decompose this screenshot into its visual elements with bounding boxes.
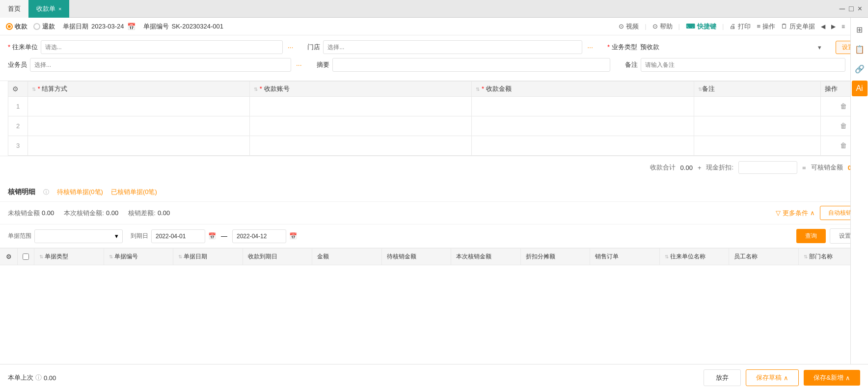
row-2-delete-icon[interactable]: 🗑 bbox=[840, 122, 847, 130]
footer-buttons: 放弃 保存草稿 ∧ 保存&新增 ∧ bbox=[704, 369, 860, 386]
history-btn[interactable]: 🗒 历史单据 bbox=[781, 22, 815, 31]
plus-sign: + bbox=[698, 164, 702, 171]
radio-return-dot bbox=[33, 23, 40, 30]
date-start-icon[interactable]: 📅 bbox=[208, 232, 216, 240]
help-btn[interactable]: ⊙ 帮助 bbox=[652, 22, 673, 31]
due-date-field: 到期日 📅 — 📅 bbox=[131, 229, 297, 243]
row-3-payment[interactable] bbox=[28, 136, 250, 156]
store-more-icon[interactable]: ··· bbox=[587, 43, 593, 51]
verification-header: 核销明细 ⓘ 待核销单据(0笔) 已核销单据(0笔) bbox=[0, 183, 868, 202]
row-1-remark[interactable] bbox=[694, 97, 820, 116]
range-select[interactable]: ▾ bbox=[34, 229, 123, 243]
current-value: 0.00 bbox=[106, 209, 118, 217]
bth-settings[interactable]: ⚙ bbox=[0, 249, 18, 265]
range-field: 单据范围 ▾ bbox=[8, 229, 123, 243]
completed-tab[interactable]: 已核销单据(0笔) bbox=[111, 188, 157, 196]
store-input[interactable] bbox=[323, 40, 582, 54]
sidebar-link-icon[interactable]: 🔗 bbox=[852, 61, 868, 77]
date-end-icon[interactable]: 📅 bbox=[289, 232, 297, 240]
abandon-button[interactable]: 放弃 bbox=[704, 369, 741, 386]
save-draft-arrow: ∧ bbox=[784, 374, 788, 382]
pending-tab[interactable]: 待核销单据(0笔) bbox=[57, 188, 103, 196]
verification-info-icon[interactable]: ⓘ bbox=[43, 188, 49, 196]
filter-icon: ▽ bbox=[776, 209, 781, 217]
tab-receipt[interactable]: 收款单 × bbox=[28, 0, 69, 18]
shortcut-icon: ⌨ bbox=[686, 23, 695, 30]
tab-close-icon[interactable]: × bbox=[58, 6, 61, 12]
row-2-account[interactable] bbox=[250, 116, 472, 136]
row-1-delete-icon[interactable]: 🗑 bbox=[840, 102, 847, 110]
summary-row: 收款合计 0.00 + 现金折扣: = 可核销金额 0.00 bbox=[0, 156, 868, 179]
bottom-table-header: ⚙ ⇅单据类型 ⇅单据编号 ⇅单据日期 收款到期日 金额 待核销金额 本次核销金… bbox=[0, 248, 868, 265]
window-controls: ─ □ × bbox=[840, 4, 868, 13]
row-2-payment[interactable] bbox=[28, 116, 250, 136]
row-1-payment[interactable] bbox=[28, 97, 250, 116]
biz-type-arrow[interactable]: ▾ bbox=[818, 44, 821, 51]
bth-checkbox[interactable] bbox=[18, 249, 34, 265]
print-btn[interactable]: 🖨 打印 bbox=[730, 22, 751, 31]
salesperson-more-icon[interactable]: ··· bbox=[296, 61, 302, 69]
row-2-remark[interactable] bbox=[694, 116, 820, 136]
bill-date-value[interactable]: 2023-03-24 bbox=[91, 23, 124, 30]
tab-home[interactable]: 首页 bbox=[0, 0, 28, 18]
date-end-input[interactable] bbox=[232, 229, 286, 243]
row-1-amount[interactable] bbox=[472, 97, 694, 116]
counterparty-field: 往来单位 ··· bbox=[8, 40, 293, 54]
sidebar-ai-icon[interactable]: Ai bbox=[852, 81, 868, 96]
table-header-amount: ⇅ 收款金额 bbox=[472, 82, 694, 97]
row-3-account[interactable] bbox=[250, 136, 472, 156]
summary-input[interactable] bbox=[332, 58, 611, 72]
window-close-icon[interactable]: × bbox=[858, 4, 862, 13]
more-conditions-btn[interactable]: ▽ 更多条件 ∧ bbox=[776, 209, 815, 218]
bill-no-label: 单据编号 bbox=[143, 22, 169, 31]
bill-no-field: 单据编号 SK-20230324-001 bbox=[143, 22, 224, 31]
window-min-icon[interactable]: ─ bbox=[840, 4, 845, 13]
radio-return[interactable]: 退款 bbox=[33, 22, 55, 31]
row-2-amount[interactable] bbox=[472, 116, 694, 136]
discount-input[interactable] bbox=[738, 161, 797, 174]
top-toolbar: 收款 退款 单据日期 2023-03-24 📅 单据编号 SK-20230324… bbox=[0, 18, 868, 35]
nav-next-btn[interactable]: ▶ bbox=[831, 23, 836, 30]
date-start-input[interactable] bbox=[151, 229, 205, 243]
video-btn[interactable]: ⊙ 视频 bbox=[619, 22, 639, 31]
bth-amount: 金额 bbox=[312, 249, 382, 265]
query-button[interactable]: 查询 bbox=[796, 229, 826, 243]
ops-btn[interactable]: ≡ 操作 bbox=[757, 22, 775, 31]
row-3-remark[interactable] bbox=[694, 136, 820, 156]
row-1-account[interactable] bbox=[250, 97, 472, 116]
filter-row: 单据范围 ▾ 到期日 📅 — 📅 查询 设置 bbox=[0, 224, 868, 248]
bth-counterparty: ⇅往来单位名称 bbox=[660, 249, 730, 265]
save-draft-button[interactable]: 保存草稿 ∧ bbox=[746, 369, 799, 386]
sidebar-table-icon[interactable]: ⊞ bbox=[852, 22, 868, 37]
radio-receive[interactable]: 收款 bbox=[6, 22, 27, 31]
counterparty-more-icon[interactable]: ··· bbox=[288, 43, 294, 51]
bth-bill-type: ⇅单据类型 bbox=[34, 249, 104, 265]
current-label: 本次核销金额: bbox=[64, 209, 104, 218]
counterparty-input[interactable] bbox=[41, 40, 283, 54]
footer-info: 本单上次 ⓘ 0.00 bbox=[8, 373, 56, 382]
prev-icon[interactable]: ⓘ bbox=[35, 373, 42, 382]
nav-prev-btn[interactable]: ◀ bbox=[821, 23, 825, 30]
table-settings-icon[interactable]: ⚙ bbox=[12, 85, 19, 93]
payment-type-radio: 收款 退款 bbox=[6, 22, 55, 31]
toolbar-right: ⊙ 视频 | ⊙ 帮助 | ⌨ 快捷键 | 🖨 打印 ≡ 操作 bbox=[619, 22, 862, 31]
shortcut-btn[interactable]: ⌨ 快捷键 bbox=[686, 22, 716, 31]
remark-input[interactable] bbox=[641, 58, 845, 72]
sidebar-list-icon[interactable]: 📋 bbox=[852, 41, 868, 57]
window-max-icon[interactable]: □ bbox=[849, 4, 854, 13]
diff-label: 核销差额: bbox=[128, 209, 156, 218]
table-row: 1 🗑 ⧉ bbox=[8, 97, 860, 116]
select-all-checkbox[interactable] bbox=[23, 253, 29, 260]
prev-label: 本单上次 bbox=[8, 373, 33, 382]
biz-type-value[interactable]: 预收款 bbox=[640, 43, 815, 52]
row-3-amount[interactable] bbox=[472, 136, 694, 156]
bth-due-date: 收款到期日 bbox=[243, 249, 313, 265]
salesperson-input[interactable] bbox=[30, 58, 291, 72]
view-list-btn[interactable]: ≡ bbox=[841, 23, 845, 30]
bill-no-value[interactable]: SK-20230324-001 bbox=[172, 23, 224, 30]
calendar-icon[interactable]: 📅 bbox=[127, 23, 136, 30]
biz-type-label: 业务类型 bbox=[607, 43, 637, 52]
row-3-delete-icon[interactable]: 🗑 bbox=[840, 141, 847, 149]
save-new-button[interactable]: 保存&新增 ∧ bbox=[804, 370, 860, 386]
bth-settings-icon[interactable]: ⚙ bbox=[6, 253, 12, 260]
